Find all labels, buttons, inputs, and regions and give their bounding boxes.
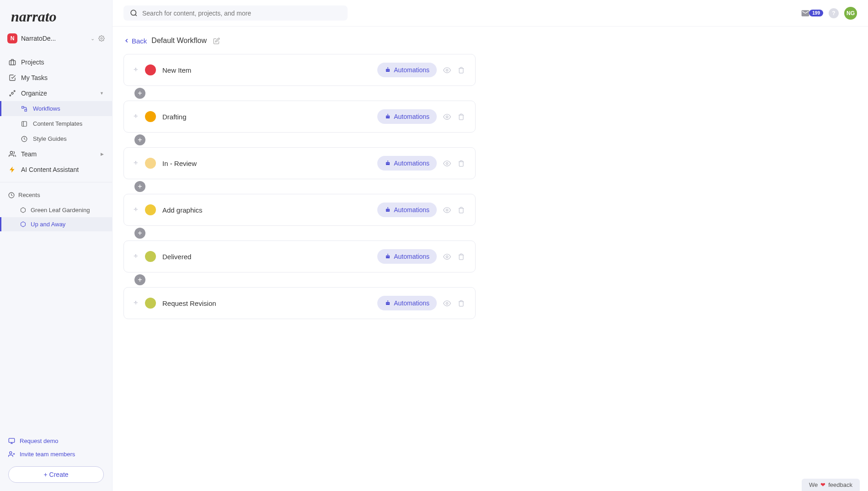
nav-ai[interactable]: AI Content Assistant xyxy=(0,162,112,177)
svg-rect-1 xyxy=(9,61,15,65)
add-stage-button[interactable]: + xyxy=(134,181,145,192)
add-stage-button[interactable]: + xyxy=(134,274,145,285)
stage-color-dot xyxy=(145,111,156,122)
trash-icon[interactable] xyxy=(458,253,466,260)
nav: Projects My Tasks Organize ▼ Workflows C… xyxy=(0,48,112,428)
svg-rect-44 xyxy=(386,256,390,258)
styleguide-icon xyxy=(20,136,28,142)
svg-point-49 xyxy=(446,256,448,257)
svg-rect-38 xyxy=(386,209,390,212)
visibility-icon[interactable] xyxy=(443,66,451,74)
stage-name: New Item xyxy=(162,66,371,74)
svg-point-45 xyxy=(387,256,388,257)
automations-button[interactable]: Automations xyxy=(377,296,437,310)
drag-handle-icon[interactable] xyxy=(133,207,139,213)
automations-button[interactable]: Automations xyxy=(377,203,437,217)
nav-templates[interactable]: Content Templates xyxy=(0,116,112,131)
feedback-tab[interactable]: We ❤ feedback xyxy=(802,479,860,491)
drag-handle-icon[interactable] xyxy=(133,254,139,259)
svg-point-25 xyxy=(446,69,448,71)
trash-icon[interactable] xyxy=(458,207,466,213)
visibility-icon[interactable] xyxy=(443,299,451,307)
recent-item[interactable]: Green Leaf Gardening xyxy=(0,203,112,217)
stage-color-dot xyxy=(145,204,156,215)
create-button[interactable]: + Create xyxy=(8,466,104,483)
visibility-icon[interactable] xyxy=(443,160,451,167)
automations-button[interactable]: Automations xyxy=(377,63,437,77)
user-plus-icon xyxy=(8,451,15,458)
trash-icon[interactable] xyxy=(458,300,466,307)
nav-workflows[interactable]: Workflows xyxy=(0,101,112,116)
stage-card: Drafting Automations xyxy=(123,101,476,133)
caret-down-icon: ▼ xyxy=(100,91,104,96)
drag-handle-icon[interactable] xyxy=(133,67,139,73)
nav-mytasks[interactable]: My Tasks xyxy=(0,70,112,85)
drag-handle-icon[interactable] xyxy=(133,300,139,306)
page-header: Back Default Workflow xyxy=(123,28,857,54)
automations-button[interactable]: Automations xyxy=(377,156,437,171)
automations-button[interactable]: Automations xyxy=(377,249,437,264)
add-stage-button[interactable]: + xyxy=(134,88,145,99)
trash-icon[interactable] xyxy=(458,67,466,74)
drag-handle-icon[interactable] xyxy=(133,114,139,119)
cube-icon xyxy=(20,221,26,227)
logo[interactable]: narrato xyxy=(0,0,112,29)
briefcase-icon xyxy=(8,59,16,66)
svg-point-36 xyxy=(387,160,388,161)
workspace-switcher[interactable]: N NarratoDe... ⌄ xyxy=(0,29,112,48)
gear-icon[interactable] xyxy=(98,35,105,42)
stage-card: In - Review Automations xyxy=(123,147,476,179)
svg-point-15 xyxy=(10,452,12,454)
svg-rect-7 xyxy=(22,121,27,126)
stage-card: Delivered Automations xyxy=(123,240,476,272)
stage-name: Drafting xyxy=(162,113,371,121)
main: 199 ? NG Back Default Workflow New Item … xyxy=(113,0,868,491)
search-input[interactable] xyxy=(142,10,341,17)
svg-point-39 xyxy=(387,210,388,211)
trash-icon[interactable] xyxy=(458,160,466,167)
svg-point-52 xyxy=(388,303,389,304)
avatar[interactable]: NG xyxy=(844,7,857,20)
edit-icon[interactable] xyxy=(213,37,220,44)
robot-icon xyxy=(385,253,391,260)
nav-projects[interactable]: Projects xyxy=(0,54,112,70)
svg-point-3 xyxy=(14,91,15,92)
recent-item[interactable]: Up and Away xyxy=(0,217,112,231)
automations-button[interactable]: Automations xyxy=(377,109,437,124)
svg-rect-5 xyxy=(22,106,24,108)
request-demo-link[interactable]: Request demo xyxy=(8,434,104,448)
stage-card: Add graphics Automations xyxy=(123,194,476,226)
back-link[interactable]: Back xyxy=(123,37,147,45)
invite-link[interactable]: Invite team members xyxy=(8,448,104,461)
nav-styleguides[interactable]: Style Guides xyxy=(0,131,112,146)
chevron-down-icon[interactable]: ⌄ xyxy=(91,36,95,42)
plus-icon: + xyxy=(43,471,47,478)
svg-point-0 xyxy=(101,37,102,39)
divider xyxy=(0,182,112,182)
add-stage-button[interactable]: + xyxy=(134,228,145,239)
sidebar: narrato N NarratoDe... ⌄ Projects My Tas… xyxy=(0,0,113,491)
svg-rect-20 xyxy=(386,69,390,72)
svg-point-24 xyxy=(387,67,388,68)
visibility-icon[interactable] xyxy=(443,206,451,214)
add-stage-button[interactable]: + xyxy=(134,134,145,145)
visibility-icon[interactable] xyxy=(443,253,451,261)
svg-point-37 xyxy=(446,162,448,164)
notifications-button[interactable]: 199 xyxy=(801,9,823,18)
search-icon xyxy=(130,9,138,17)
stage-card: Request Revision Automations xyxy=(123,287,476,319)
svg-point-55 xyxy=(446,302,448,304)
nav-organize[interactable]: Organize ▼ xyxy=(0,85,112,101)
stage-card: New Item Automations xyxy=(123,54,476,86)
help-button[interactable]: ? xyxy=(829,8,839,18)
drag-handle-icon[interactable] xyxy=(133,160,139,166)
search-box[interactable] xyxy=(123,5,348,21)
check-icon xyxy=(8,74,16,81)
svg-point-18 xyxy=(131,10,136,15)
nav-team[interactable]: Team ▶ xyxy=(0,146,112,162)
svg-rect-6 xyxy=(25,109,27,111)
svg-point-2 xyxy=(11,92,13,94)
workspace-badge: N xyxy=(7,33,17,43)
trash-icon[interactable] xyxy=(458,113,466,120)
visibility-icon[interactable] xyxy=(443,113,451,121)
